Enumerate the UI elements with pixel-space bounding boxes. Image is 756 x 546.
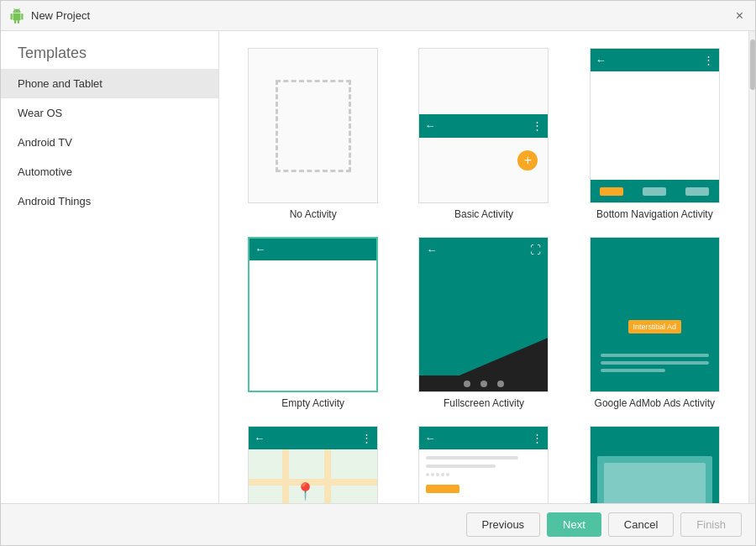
template-preview-scrollable: ← ⋮ xyxy=(418,426,549,503)
map-topbar: ← ⋮ xyxy=(249,426,377,449)
ba-topbar: ← ⋮ xyxy=(419,114,548,138)
settings-topbar xyxy=(591,426,719,449)
window-title: New Project xyxy=(31,9,90,22)
fs-dot-2 xyxy=(480,381,487,387)
content-area: Templates Phone and Tablet Wear OS Andro… xyxy=(1,31,755,503)
map-road-v1 xyxy=(282,449,289,503)
admob-topbar xyxy=(591,237,719,260)
template-preview-settings xyxy=(590,426,720,503)
empty-activity-preview: ← xyxy=(249,237,376,392)
ea-arrow-icon: ← xyxy=(255,243,265,255)
scroll-button xyxy=(426,485,459,493)
bn-tab-active xyxy=(600,187,623,196)
settings-card xyxy=(597,456,712,503)
scroll-topbar: ← ⋮ xyxy=(419,426,548,449)
scroll-dot-5 xyxy=(446,473,449,476)
map-preview: ← ⋮ 📍 xyxy=(249,426,377,503)
admob-line-2 xyxy=(601,361,709,365)
map-body: 📍 xyxy=(249,449,377,503)
scroll-arrow-icon: ← xyxy=(424,432,435,444)
settings-card-inner xyxy=(604,463,706,503)
template-card-settings[interactable]: Settings Activity xyxy=(578,426,732,503)
sidebar-header: Templates xyxy=(1,31,218,69)
template-card-map[interactable]: ← ⋮ 📍 Google Maps Ac xyxy=(236,426,390,503)
template-preview-fullscreen: ← ⛶ xyxy=(418,237,549,392)
template-preview-empty-activity: ← xyxy=(248,237,378,392)
map-pin-icon: 📍 xyxy=(295,481,316,501)
cancel-button[interactable]: Cancel xyxy=(608,512,674,537)
template-card-scrollable[interactable]: ← ⋮ xyxy=(407,426,560,503)
fs-dot-1 xyxy=(464,381,470,387)
scroll-preview: ← ⋮ xyxy=(419,426,548,503)
sidebar-item-android-tv[interactable]: Android TV xyxy=(1,128,218,157)
map-dots-icon: ⋮ xyxy=(361,432,372,444)
sidebar: Templates Phone and Tablet Wear OS Andro… xyxy=(1,31,219,503)
main-area: No Activity ← ⋮ + Basic Activity xyxy=(219,31,748,503)
bn-dots-icon: ⋮ xyxy=(703,54,714,66)
previous-button[interactable]: Previous xyxy=(466,512,541,537)
fs-dot-3 xyxy=(497,381,504,387)
ea-body xyxy=(249,260,376,392)
admob-banner: Interstitial Ad xyxy=(628,320,682,333)
admob-body: Interstitial Ad xyxy=(591,260,719,392)
admob-line-3 xyxy=(601,369,665,372)
bn-bottom-bar xyxy=(591,180,719,203)
template-card-fullscreen[interactable]: ← ⛶ Fullscreen Activity xyxy=(407,237,560,409)
finish-button[interactable]: Finish xyxy=(680,512,742,537)
scroll-dots-icon: ⋮ xyxy=(532,432,543,444)
scroll-dot-4 xyxy=(441,473,444,476)
template-label-empty-activity: Empty Activity xyxy=(281,397,344,409)
sidebar-item-phone-tablet[interactable]: Phone and Tablet xyxy=(1,69,218,98)
next-button[interactable]: Next xyxy=(547,512,601,537)
close-button[interactable]: × xyxy=(732,8,747,24)
template-preview-admob: Interstitial Ad xyxy=(590,237,720,392)
fs-arrow-icon: ← xyxy=(426,244,437,256)
sidebar-item-wear-os[interactable]: Wear OS xyxy=(1,98,218,128)
scroll-dot-3 xyxy=(436,473,439,476)
settings-preview xyxy=(591,426,719,503)
no-activity-box xyxy=(276,80,351,172)
admob-lines xyxy=(601,354,709,372)
admob-preview: Interstitial Ad xyxy=(591,237,719,392)
template-label-bottom-nav: Bottom Navigation Activity xyxy=(596,208,713,220)
template-card-admob[interactable]: Interstitial Ad Google AdMob Ads Activit… xyxy=(578,237,732,409)
bn-body xyxy=(591,71,719,180)
fs-bottom-bar xyxy=(419,375,548,392)
sidebar-item-automotive[interactable]: Automotive xyxy=(1,157,218,186)
bn-arrow-icon: ← xyxy=(596,54,606,66)
scroll-line-1 xyxy=(426,456,518,459)
ba-fab-icon: + xyxy=(517,150,538,171)
template-label-basic-activity: Basic Activity xyxy=(454,208,513,220)
new-project-dialog: New Project × Templates Phone and Tablet… xyxy=(0,0,756,546)
template-preview-bottom-nav: ← ⋮ xyxy=(590,48,720,203)
template-preview-no-activity xyxy=(248,48,378,203)
template-preview-basic-activity: ← ⋮ + xyxy=(418,48,549,203)
template-card-basic-activity[interactable]: ← ⋮ + Basic Activity xyxy=(407,48,560,220)
template-card-no-activity[interactable]: No Activity xyxy=(236,48,390,220)
ea-topbar: ← xyxy=(249,237,376,260)
bottom-nav-preview: ← ⋮ xyxy=(591,48,719,203)
template-card-empty-activity[interactable]: ← Empty Activity xyxy=(236,237,390,409)
sidebar-item-android-things[interactable]: Android Things xyxy=(1,186,218,216)
title-bar: New Project × xyxy=(1,1,755,31)
scroll-dot-1 xyxy=(426,473,429,476)
template-preview-map: ← ⋮ 📍 xyxy=(248,426,378,503)
footer: Previous Next Cancel Finish xyxy=(1,503,755,545)
template-label-fullscreen: Fullscreen Activity xyxy=(444,397,524,409)
scrollbar-track[interactable] xyxy=(748,31,755,503)
template-label-no-activity: No Activity xyxy=(290,208,337,220)
template-label-admob: Google AdMob Ads Activity xyxy=(595,397,715,409)
templates-grid: No Activity ← ⋮ + Basic Activity xyxy=(236,48,732,503)
admob-line-1 xyxy=(601,354,709,357)
bn-tab-1 xyxy=(643,187,666,196)
scroll-dots-row xyxy=(426,473,541,476)
fs-expand-icon: ⛶ xyxy=(530,244,541,256)
scrollbar-thumb[interactable] xyxy=(750,39,755,90)
scroll-body xyxy=(419,449,548,503)
template-card-bottom-nav[interactable]: ← ⋮ Bottom Navigation Activity xyxy=(578,48,732,220)
title-bar-left: New Project xyxy=(9,8,90,24)
bn-topbar: ← ⋮ xyxy=(591,48,719,71)
android-logo-icon xyxy=(9,8,24,24)
fullscreen-preview: ← ⛶ xyxy=(419,237,548,392)
ba-arrow-icon: ← xyxy=(424,119,435,132)
